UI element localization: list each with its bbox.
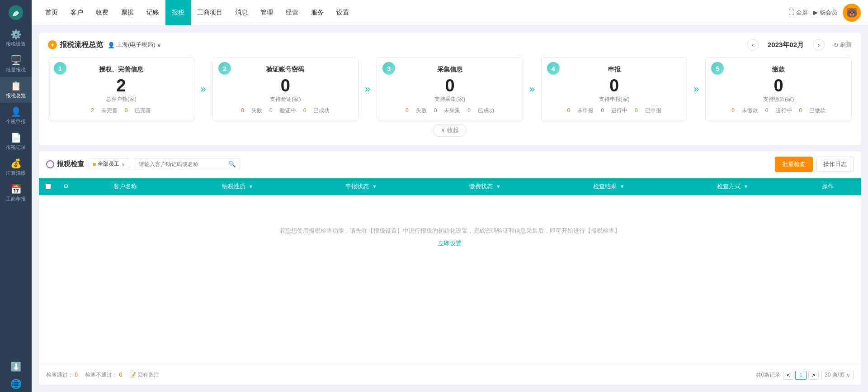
step-4-sub-val-0[interactable]: 0 [567, 107, 571, 114]
step-5-number: 5 [711, 62, 724, 75]
plus-icon: + [48, 40, 57, 49]
step-3-sub-val-0[interactable]: 0 [406, 107, 409, 114]
step-2-sub-val-1[interactable]: 0 [269, 107, 273, 114]
prev-page-button[interactable]: < [783, 371, 793, 380]
footer-right: 共0条记录 < 1 > 30 条/页 ∨ [756, 370, 854, 380]
step-4-sub-val-2[interactable]: 0 [635, 107, 638, 114]
prev-month-button[interactable]: ‹ [747, 39, 759, 51]
next-month-button[interactable]: › [813, 39, 825, 51]
operation-log-button[interactable]: 操作日志 [816, 157, 854, 172]
nav-item-shezhi[interactable]: 设置 [330, 0, 355, 25]
note-item: 📝 囧有备注 [129, 371, 159, 379]
step-2-number: 2 [218, 62, 231, 75]
step-1-number: 1 [54, 62, 66, 75]
step-3-sub-val-2[interactable]: 0 [467, 107, 471, 114]
arrow-right-icon-3: » [529, 83, 535, 95]
fullscreen-icon: ⛶ [788, 9, 794, 16]
check-result-filter-icon[interactable]: ▼ [620, 184, 625, 189]
sidebar-item-piliangbaoshui[interactable]: 🖥️ 批量报税 [0, 51, 32, 77]
nav-item-jingying[interactable]: 经营 [279, 0, 305, 25]
employee-icon: ■ [93, 161, 96, 167]
sidebar-item-baoshuishezhi[interactable]: ⚙️ 报税设置 [0, 25, 32, 51]
collapse-button[interactable]: ∧ 收起 [433, 124, 467, 137]
nav-item-baoshui[interactable]: 报税 [165, 0, 191, 25]
sidebar-item-baoshuiluji[interactable]: 📄 报税记录 [0, 129, 32, 154]
step-1-sub-val-0[interactable]: 2 [91, 107, 94, 114]
batch-tax-icon: 🖥️ [10, 56, 22, 65]
select-all-checkbox[interactable] [45, 183, 51, 189]
sidebar-item-geshuishenbao[interactable]: 👤 个税申报 [0, 103, 32, 129]
per-page-chevron: ∨ [846, 372, 850, 378]
col-operation: 操作 [794, 178, 861, 195]
location-selector[interactable]: 👤 上海(电子税局) ∨ [108, 41, 161, 49]
step-4-sub-val-1[interactable]: 0 [601, 107, 604, 114]
nav-item-fuwu[interactable]: 服务 [305, 0, 330, 25]
per-page-selector[interactable]: 30 条/页 ∨ [821, 370, 854, 380]
employee-filter[interactable]: ■ 全部员工 ∨ [89, 158, 129, 170]
check-method-filter-icon[interactable]: ▼ [743, 184, 748, 189]
overview-card: + 报税流程总览 👤 上海(电子税局) ∨ ‹ 2023年02月 › ↻ 刷新 [39, 33, 861, 145]
refresh-button[interactable]: ↻ 刷新 [834, 41, 852, 49]
step-4-count[interactable]: 0 [609, 76, 619, 96]
sidebar-label-geshuishenbao: 个税申报 [6, 118, 26, 125]
step-2-sub-label-2: 已成功 [313, 107, 330, 115]
nav-right: ⛶ 全屏 ▶ 畅会员 🐻 [788, 4, 861, 22]
step-5-sub-val-1[interactable]: 0 [765, 107, 769, 114]
sidebar-item-globe[interactable]: 🌐 [0, 375, 32, 392]
nav-item-home[interactable]: 首页 [39, 0, 64, 25]
search-input[interactable] [134, 159, 225, 170]
next-page-button[interactable]: > [808, 371, 819, 380]
step-5-sub-val-0[interactable]: 0 [731, 107, 735, 114]
nav-item-xiaoxi[interactable]: 消息 [229, 0, 254, 25]
step-2-count[interactable]: 0 [281, 76, 290, 96]
app-logo[interactable] [0, 0, 32, 25]
content-area: + 报税流程总览 👤 上海(电子税局) ∨ ‹ 2023年02月 › ↻ 刷新 [32, 25, 868, 392]
sidebar-item-download[interactable]: ⬇️ [0, 358, 32, 375]
step-3-count[interactable]: 0 [445, 76, 454, 96]
pass-count-link[interactable]: 0 [75, 372, 78, 378]
step-5-sub-label-2: 已缴款 [809, 107, 826, 115]
nav-item-guanli[interactable]: 管理 [254, 0, 279, 25]
fail-count-link[interactable]: 0 [119, 372, 122, 378]
sidebar-item-gongshangnianbao[interactable]: 📅 工商年报 [0, 180, 32, 206]
fail-count-item: 检查不通过： 0 [85, 371, 122, 379]
video-icon: ▶ [813, 9, 818, 16]
total-records: 共0条记录 [756, 371, 781, 379]
fullscreen-button[interactable]: ⛶ 全屏 [788, 9, 808, 17]
settings-col-icon[interactable]: ⚙ [63, 183, 69, 190]
nav-item-piaoju[interactable]: 票据 [115, 0, 140, 25]
nav-item-shoufei[interactable]: 收费 [90, 0, 115, 25]
tax-type-filter-icon[interactable]: ▼ [248, 184, 253, 189]
sidebar-item-baoshuizonglan[interactable]: 📋 报税总览 [0, 77, 32, 103]
note-icon: 📝 [129, 372, 136, 378]
col-payment-status: 缴费状态 ▼ [423, 178, 547, 195]
search-button[interactable]: 🔍 [225, 158, 240, 170]
empty-state-row: 若您想使用报税检查功能，请先在【报税设置】中进行报税的初始化设置，完成密码验证和… [39, 195, 861, 279]
download-icon: ⬇️ [10, 362, 22, 371]
sidebar-item-huisuanqingjiao[interactable]: 💰 汇算清缴 [0, 154, 32, 180]
step-5-sub-val-2[interactable]: 0 [799, 107, 802, 114]
nav-item-gongshang[interactable]: 工商项目 [191, 0, 229, 25]
step-1-sub-val-1[interactable]: 0 [125, 107, 128, 114]
step-1-sub-label-1: 已完善 [135, 107, 151, 115]
nav-item-kehu[interactable]: 客户 [64, 0, 90, 25]
step-2-sub-val-0[interactable]: 0 [241, 107, 244, 114]
step-3-number: 3 [382, 62, 395, 75]
step-3-title: 采集信息 [437, 66, 462, 74]
declaration-filter-icon[interactable]: ▼ [372, 184, 377, 189]
step-1-sub-label-0: 未完善 [101, 107, 118, 115]
member-button[interactable]: ▶ 畅会员 [813, 9, 837, 17]
setup-link[interactable]: 立即设置 [438, 239, 462, 248]
mascot-avatar[interactable]: 🐻 [843, 4, 861, 22]
step-1-count[interactable]: 2 [116, 76, 126, 96]
nav-item-jijhang[interactable]: 记账 [140, 0, 165, 25]
refresh-label: 刷新 [840, 41, 852, 49]
search-box: 🔍 [134, 158, 240, 170]
payment-filter-icon[interactable]: ▼ [496, 184, 501, 189]
batch-check-button[interactable]: 批量检查 [775, 157, 813, 172]
step-2-sub-val-2[interactable]: 0 [303, 107, 307, 114]
step-5-count[interactable]: 0 [774, 76, 783, 96]
collapse-icon: ∧ [441, 127, 445, 134]
step-3-sub-val-1[interactable]: 0 [434, 107, 437, 114]
overview-title-text: 报税流程总览 [60, 40, 103, 50]
